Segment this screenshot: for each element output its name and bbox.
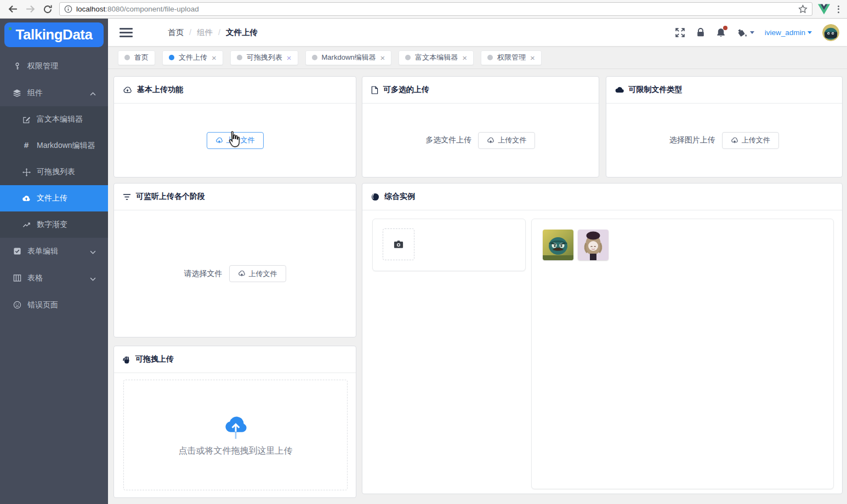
breadcrumb-section[interactable]: 组件 [197,27,213,38]
close-icon[interactable]: × [212,54,217,62]
card-combined-example: 综合实例 [362,183,843,494]
url-path: :8080/component/file-upload [105,5,198,13]
sidebar-item-rich-editor[interactable]: 富文本编辑器 [0,106,108,133]
avatar[interactable] [822,24,839,41]
tab-dot [487,55,493,60]
tab-dot [405,55,411,60]
sad-face-icon [13,301,21,309]
cloud-upload-icon [22,195,31,202]
tab-markdown-editor[interactable]: Markdown编辑器 × [305,50,392,65]
listen-label: 请选择文件 [184,269,223,279]
theme-paint-icon[interactable] [736,27,754,38]
vue-devtools-icon[interactable] [818,3,830,15]
address-bar[interactable]: localhost:8080/component/file-upload [59,2,812,16]
info-icon[interactable] [64,5,72,13]
lock-icon[interactable] [696,27,706,37]
breadcrumb-home[interactable]: 首页 [168,27,184,38]
tab-file-upload[interactable]: 文件上传 × [162,50,223,65]
caret-down-icon [808,31,812,34]
tab-dot [312,55,317,60]
uploaded-image-monster[interactable] [543,230,573,260]
globe-icon [371,193,379,201]
card-title: 基本上传功能 [137,85,183,95]
sidebar-item-components[interactable]: 组件 [0,79,108,106]
url-text: localhost:8080/component/file-upload [76,5,199,13]
sidebar-item-number-gradient[interactable]: 数字渐变 [0,211,108,238]
sidebar-item-permission[interactable]: 权限管理 [0,53,108,79]
cloud-outline-icon [123,86,132,94]
username-text: iview_admin [765,28,805,37]
sidebar-item-label: Markdown编辑器 [37,141,95,151]
sidebar-item-label: 文件上传 [37,193,67,203]
tab-label: Markdown编辑器 [322,53,376,62]
tab-dot-active [169,55,174,60]
fullscreen-icon[interactable] [675,27,685,38]
close-icon[interactable]: × [380,54,385,62]
close-icon[interactable]: × [530,54,535,62]
upload-file-button[interactable]: 上传文件 [722,132,779,149]
card-basic-upload: 基本上传功能 上传文件 [113,76,356,177]
sidebar: TalkingData 权限管理 组件 富文本编辑器 [0,19,108,504]
restrict-label: 选择图片上传 [669,135,715,145]
breadcrumb: 首页 / 组件 / 文件上传 [168,27,258,38]
upload-file-button[interactable]: 上传文件 [229,265,286,282]
drag-drop-area[interactable]: 点击或将文件拖拽到这里上传 [123,380,348,490]
checkbox-icon [13,247,21,255]
tab-label: 富文本编辑器 [415,53,458,62]
url-host: localhost [76,5,105,13]
sidebar-item-table[interactable]: 表格 [0,265,108,291]
sidebar-item-markdown[interactable]: # Markdown编辑器 [0,133,108,159]
table-columns-icon [13,274,21,282]
logo-dot [9,27,12,30]
bell-icon[interactable] [716,27,726,38]
tab-rich-editor[interactable]: 富文本编辑器 × [399,50,474,65]
app-logo[interactable]: TalkingData [4,22,104,47]
page-content: 基本上传功能 上传文件 [108,69,847,504]
upload-file-button[interactable]: 上传文件 [478,132,535,149]
layers-icon [13,89,21,98]
components-submenu: 富文本编辑器 # Markdown编辑器 可拖拽列表 文件上传 [0,106,108,238]
sidebar-item-label: 富文本编辑器 [37,114,83,124]
filter-icon [123,193,131,201]
user-menu[interactable]: iview_admin [765,28,812,37]
card-title: 可监听上传各个阶段 [136,192,205,202]
cloud-upload-big-icon [223,414,249,442]
tab-draggable-list[interactable]: 可拖拽列表 × [230,50,298,65]
browser-menu-icon[interactable] [835,3,842,15]
uploaded-image-girl[interactable] [578,230,609,260]
sidebar-item-draggable-list[interactable]: 可拖拽列表 [0,159,108,185]
chevron-down-icon [90,247,96,256]
refresh-icon[interactable] [42,3,54,15]
top-header: 首页 / 组件 / 文件上传 [108,19,847,46]
camera-icon [394,240,403,249]
sidebar-item-form-edit[interactable]: 表单编辑 [0,238,108,265]
uploaded-images-panel [531,219,834,489]
image-picker-panel [372,219,526,271]
add-image-button[interactable] [383,228,414,260]
card-drag-upload: 可拖拽上传 点击或将文件拖拽到这里上传 [113,346,356,498]
trending-up-icon [22,221,31,229]
notification-badge [723,26,727,30]
sidebar-item-file-upload[interactable]: 文件上传 [0,185,108,211]
chevron-up-icon [90,89,96,98]
sidebar-item-error-page[interactable]: 错误页面 [0,291,108,318]
page-tabs: 首页 文件上传 × 可拖拽列表 × Markdown编辑器 × 富文本编辑器 × [108,46,847,69]
tab-permission[interactable]: 权限管理 × [481,50,542,65]
tab-home[interactable]: 首页 [118,50,155,65]
tab-dot [237,55,242,60]
collapse-menu-button[interactable] [120,28,133,37]
logo-text: TalkingData [16,26,93,43]
back-icon[interactable] [7,3,19,15]
bookmark-star-icon[interactable] [798,4,808,14]
document-icon [371,86,378,94]
card-multi-upload: 可多选的上传 多选文件上传 上传文件 [362,76,599,177]
sidebar-item-label: 权限管理 [27,61,58,71]
sidebar-item-label: 表格 [27,273,43,283]
close-icon[interactable]: × [462,54,467,62]
forward-icon[interactable] [24,3,36,15]
card-listen-upload: 可监听上传各个阶段 请选择文件 上传文件 [113,183,356,337]
hash-icon: # [22,141,31,151]
close-icon[interactable]: × [287,54,292,62]
sidebar-item-label: 可拖拽列表 [37,167,75,177]
hand-icon [123,356,130,364]
